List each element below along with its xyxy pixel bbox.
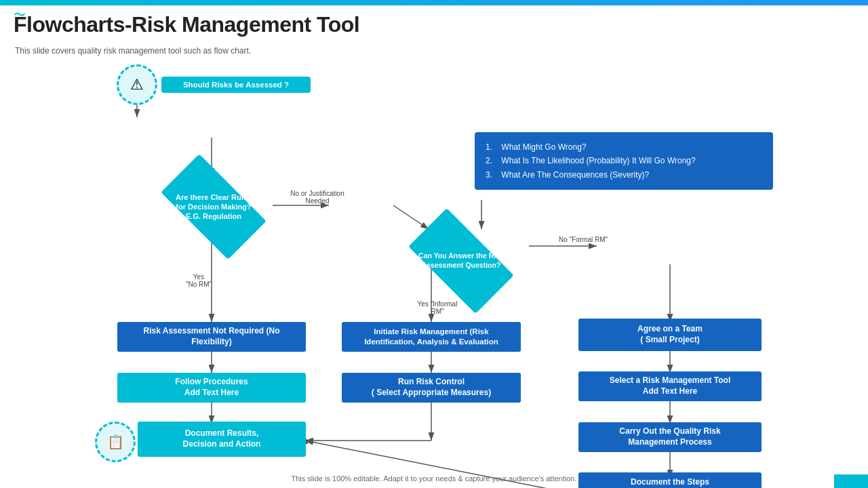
page-title: Flowcharts-Risk Management Tool: [14, 12, 359, 37]
top-bar: [0, 0, 868, 5]
risk-assessment-box: Risk Assessment Not Required (No Flexibi…: [117, 322, 306, 352]
diamond1-text: Are there Clear Rulesfor Decision Making…: [172, 189, 255, 225]
yes-no-rm-label: Yes"No RM": [175, 273, 222, 288]
diamond2-text: Can You Answer the RiskAssessment Questi…: [415, 248, 507, 273]
info-box: 1. What Might Go Wrong? 2. What Is The L…: [475, 132, 773, 190]
warning-icon: ⚠: [130, 76, 144, 94]
diamond1-container: Are there Clear Rulesfor Decision Making…: [122, 173, 305, 241]
carry-out-box: Carry Out the Quality RiskManagement Pro…: [578, 422, 762, 452]
follow-procedures-box: Follow ProceduresAdd Text Here: [117, 373, 306, 403]
initiate-rm-box: Initiate Risk Management (RiskIdentifica…: [342, 322, 521, 352]
document-results-box: Document Results,Decision and Action: [138, 422, 306, 457]
document-results-icon: 📋: [95, 422, 136, 462]
no-formal-rm-label: No "Formal RM": [542, 236, 624, 243]
doc-icon: 📋: [107, 434, 124, 450]
yes-informal-rm-label: Yes "InformalRM": [407, 300, 468, 315]
flowchart-area: ⚠ Should Risks be Assessed ? Are there C…: [7, 64, 861, 468]
diamond2-container: Can You Answer the RiskAssessment Questi…: [383, 227, 539, 295]
info-item-2: 2. What Is The Likelihood (Probability) …: [486, 154, 762, 167]
no-justification-label: No or JustificationNeeded: [277, 190, 358, 205]
agree-on-team-box: Agree on a Team( Small Project): [578, 319, 762, 351]
start-circle: ⚠: [117, 64, 157, 105]
run-risk-control-box: Run Risk Control( Select Appropriate Mea…: [342, 373, 521, 403]
should-risks-label: Should Risks be Assessed ?: [161, 77, 311, 93]
info-item-1: 1. What Might Go Wrong?: [486, 140, 762, 154]
page-subtitle: This slide covers quality risk managemen…: [15, 46, 251, 56]
info-item-3: 3. What Are The Consequences (Severity)?: [486, 168, 762, 182]
svg-line-7: [393, 205, 429, 229]
footer-text: This slide is 100% editable. Adapt it to…: [0, 474, 868, 483]
corner-decoration: [834, 474, 868, 488]
select-tool-box: Select a Risk Management ToolAdd Text He…: [578, 371, 762, 401]
